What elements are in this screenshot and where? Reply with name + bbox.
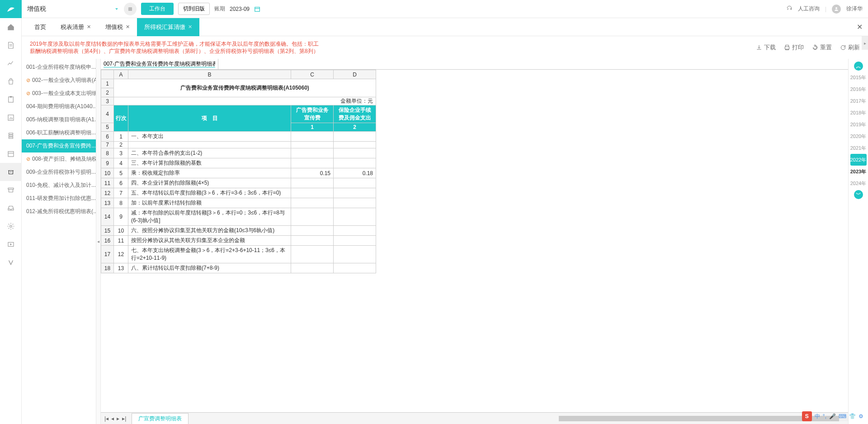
ime-mic-icon[interactable]: 🎤 <box>829 413 836 419</box>
nav-inbox-icon[interactable] <box>0 199 22 217</box>
row-header[interactable]: 18 <box>101 263 114 273</box>
row-header[interactable]: 7 <box>101 142 114 148</box>
cell-rowno[interactable]: 1 <box>114 132 128 142</box>
cell-item[interactable]: 六、按照分摊协议归集至其他关联方的金额(10≤3与6孰小值) <box>128 226 291 236</box>
year-button[interactable]: 2020年 <box>850 130 867 142</box>
row-header[interactable]: 17 <box>101 246 114 263</box>
form-item-10[interactable]: 011-研发费用加计扣除优惠... <box>22 192 96 205</box>
nav-calendar-icon[interactable] <box>0 145 22 163</box>
module-dropdown[interactable]: 增值税 <box>27 5 119 13</box>
cell-value-c[interactable] <box>291 188 334 198</box>
year-button[interactable]: 2016年 <box>850 83 867 95</box>
close-icon[interactable]: ✕ <box>188 24 192 30</box>
year-button[interactable]: 2024年 <box>850 177 867 189</box>
ime-keyboard-icon[interactable]: ⌨ <box>839 413 846 419</box>
row-header[interactable]: 11 <box>101 178 114 188</box>
tab-0[interactable]: 首页 <box>27 18 53 36</box>
tab-2[interactable]: 增值税✕ <box>98 18 137 36</box>
year-button[interactable]: 2017年 <box>850 95 867 107</box>
year-button[interactable]: 2018年 <box>850 107 867 119</box>
tab-1[interactable]: 税表清册✕ <box>53 18 98 36</box>
cell-item[interactable]: 四、本企业计算的扣除限额(4×5) <box>128 178 291 188</box>
form-item-4[interactable]: 005-纳税调整项目明细表(A1... <box>22 113 96 126</box>
print-button[interactable]: 打印 <box>784 43 804 52</box>
reset-button[interactable]: 重置 <box>812 43 832 52</box>
cell-item[interactable]: 一、本年支出 <box>128 132 291 142</box>
nav-archive-icon[interactable] <box>0 181 22 199</box>
row-header[interactable]: 5 <box>101 123 114 132</box>
nav-report-icon[interactable] <box>0 109 22 127</box>
col-header[interactable]: A <box>114 70 128 79</box>
form-item-0[interactable]: 001-企业所得税年度纳税申... <box>22 61 96 74</box>
cell-rowno[interactable]: 12 <box>114 246 128 263</box>
form-item-11[interactable]: 012-减免所得税优惠明细表(... <box>22 205 96 218</box>
cell-item[interactable]: 二、本年符合条件的支出(1-2) <box>128 148 291 158</box>
username[interactable]: 徐泽华 <box>846 5 863 13</box>
cell-value-d[interactable] <box>334 198 376 208</box>
nav-settings-icon[interactable] <box>0 217 22 235</box>
expand-panel-icon[interactable]: ▸ <box>862 36 868 50</box>
sheet-nav-next-icon[interactable]: ▸ <box>116 415 120 422</box>
col-header[interactable]: B <box>128 70 291 79</box>
row-header[interactable]: 3 <box>101 97 114 105</box>
row-header[interactable]: 15 <box>101 226 114 236</box>
row-header[interactable]: 4 <box>101 105 114 123</box>
cell-value-d[interactable] <box>334 132 376 142</box>
form-item-7[interactable]: ⊘008-资产折旧、摊销及纳税... <box>22 152 96 166</box>
sheet-nav-first-icon[interactable]: |◂ <box>104 415 109 422</box>
close-icon[interactable]: ✕ <box>87 24 91 30</box>
form-item-6[interactable]: 007-广告费和业务宣传费跨... <box>22 139 96 152</box>
cell-value-c[interactable] <box>291 178 334 188</box>
cell-value-d[interactable] <box>334 178 376 188</box>
cell-item[interactable] <box>128 142 291 148</box>
cell-value-d[interactable] <box>334 263 376 273</box>
col-header[interactable]: D <box>334 70 376 79</box>
nav-template-icon[interactable] <box>0 127 22 145</box>
app-logo[interactable] <box>0 0 22 18</box>
cell-value-c[interactable] <box>291 132 334 142</box>
cell-value-d[interactable] <box>334 226 376 236</box>
tab-3[interactable]: 所得税汇算清缴✕ <box>137 18 199 36</box>
nav-home-icon[interactable] <box>0 18 22 36</box>
download-button[interactable]: 下载 <box>756 43 776 52</box>
cell-value-d[interactable] <box>334 208 376 226</box>
spreadsheet-grid[interactable]: ABCD1广告费和业务宣传费跨年度纳税调整明细表(A105060)23金额单位：… <box>101 70 848 412</box>
cell-rowno[interactable]: 4 <box>114 158 128 168</box>
form-item-3[interactable]: 004-期间费用明细表(A1040... <box>22 100 96 113</box>
cell-item[interactable]: 三、本年计算扣除限额的基数 <box>128 158 291 168</box>
cell-value-d[interactable] <box>334 158 376 168</box>
close-all-tabs-icon[interactable]: ✕ <box>857 23 863 31</box>
cell-rowno[interactable]: 6 <box>114 178 128 188</box>
cell-value-d[interactable]: 0.18 <box>334 168 376 178</box>
close-icon[interactable]: ✕ <box>126 24 130 30</box>
row-header[interactable]: 1 <box>101 79 114 88</box>
year-down-icon[interactable]: ︾ <box>854 190 863 199</box>
cell-value-d[interactable] <box>334 142 376 148</box>
cell-value-d[interactable] <box>334 188 376 198</box>
cell-value-c[interactable] <box>291 198 334 208</box>
row-header[interactable]: 2 <box>101 88 114 97</box>
cell-value-d[interactable] <box>334 236 376 246</box>
row-header[interactable]: 10 <box>101 168 114 178</box>
row-header[interactable]: 6 <box>101 132 114 142</box>
cell-value-d[interactable] <box>334 246 376 263</box>
cell-item[interactable]: 乘：税收规定扣除率 <box>128 168 291 178</box>
user-avatar-icon[interactable] <box>832 5 841 14</box>
cell-value-c[interactable]: 0.15 <box>291 168 334 178</box>
nav-tax-icon[interactable] <box>0 163 22 181</box>
cell-rowno[interactable]: 9 <box>114 208 128 226</box>
cell-item[interactable]: 加：以前年度累计结转扣除额 <box>128 198 291 208</box>
switch-old-button[interactable]: 切到旧版 <box>178 3 210 15</box>
ime-toolbox-icon[interactable]: ⚙ <box>859 413 863 419</box>
period-value[interactable]: 2023-09 <box>230 6 250 12</box>
ime-logo-icon[interactable]: S <box>802 411 812 421</box>
cell-value-c[interactable] <box>291 208 334 226</box>
form-item-8[interactable]: 009-企业所得税弥补亏损明... <box>22 166 96 179</box>
ime-lang[interactable]: 中 <box>815 413 820 420</box>
nav-v-icon[interactable] <box>0 253 22 272</box>
cell-value-c[interactable] <box>291 263 334 273</box>
workbench-button[interactable]: 工作台 <box>141 3 174 15</box>
cell-reference-input[interactable] <box>104 61 215 67</box>
calendar-icon[interactable] <box>254 6 260 12</box>
sheet-tab[interactable]: 广宣费调整明细表 <box>132 413 189 424</box>
